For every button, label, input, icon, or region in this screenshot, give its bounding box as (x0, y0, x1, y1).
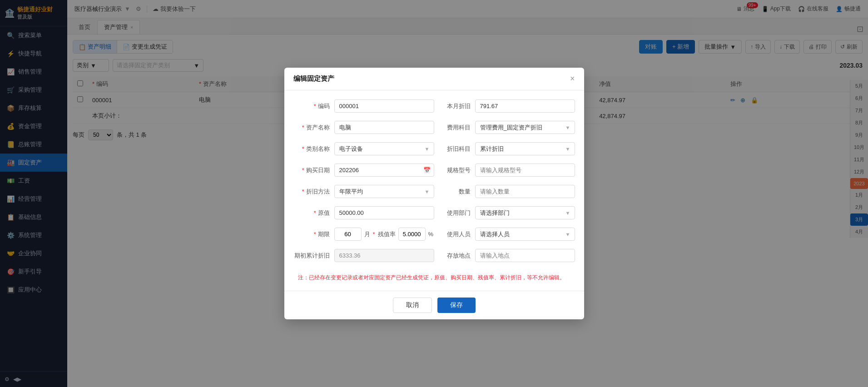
department-label: 使用部门 (434, 209, 475, 217)
dialog-footer: 取消 保存 (284, 291, 584, 319)
this-month-dep-input[interactable] (475, 99, 575, 113)
location-label: 存放地点 (434, 252, 475, 260)
cancel-button[interactable]: 取消 (393, 298, 432, 313)
form-row-code: 编码 (293, 99, 434, 113)
dep-subject-label: 折旧科目 (434, 145, 475, 153)
department-select[interactable]: 请选择部门 (475, 206, 575, 219)
dialog-title: 编辑固定资产 (293, 74, 334, 83)
form-row-this-month-dep: 本月折旧 (434, 99, 575, 113)
expense-subject-label: 费用科目 (434, 124, 475, 132)
note-text: 注：已经存在变更记录或者对应固定资产已经生成凭证，原值、购买日期、残值率、累计折… (298, 274, 565, 281)
quantity-input[interactable] (475, 185, 575, 198)
save-button[interactable]: 保存 (437, 298, 476, 313)
category-select-wrap: 电子设备 ▼ (334, 142, 434, 155)
initial-accumulated-label: 期初累计折旧 (293, 252, 334, 260)
form-left: 编码 资产名称 类别名称 电子设备 (293, 99, 434, 270)
purchase-date-wrap: 📅 (334, 164, 434, 177)
dialog-close-btn[interactable]: × (570, 74, 575, 84)
form-row-department: 使用部门 请选择部门 ▼ (434, 206, 575, 219)
asset-name-input[interactable] (334, 121, 434, 134)
quantity-label: 数量 (434, 188, 475, 196)
expense-subject-select[interactable]: 管理费用_固定资产折旧 (475, 121, 575, 134)
period-inline: 月 * 残值率 % (334, 228, 434, 241)
form-row-period: 期限 月 * 残值率 % (293, 228, 434, 241)
category-name-label: 类别名称 (293, 145, 334, 153)
dep-method-label: 折旧方法 (293, 188, 334, 196)
original-value-label: 原值 (293, 209, 334, 217)
form-row-category: 类别名称 电子设备 ▼ (293, 142, 434, 155)
dep-method-select[interactable]: 年限平均 (334, 185, 434, 198)
residual-rate-label: 残值率 (378, 230, 396, 238)
form-grid: 编码 资产名称 类别名称 电子设备 (293, 99, 575, 282)
residual-rate-star: * (373, 231, 375, 238)
spec-label: 规格型号 (434, 166, 475, 174)
form-row-personnel: 使用人员 请选择人员 ▼ (434, 228, 575, 241)
edit-asset-dialog: 编辑固定资产 × 编码 资产名称 (284, 68, 584, 319)
dep-subject-select[interactable]: 累计折旧 (475, 142, 575, 155)
code-input[interactable] (334, 99, 434, 113)
expense-subject-wrap: 管理费用_固定资产折旧 ▼ (475, 121, 575, 134)
department-wrap: 请选择部门 ▼ (475, 206, 575, 219)
location-input[interactable] (475, 249, 575, 262)
period-label: 期限 (293, 230, 334, 238)
dialog-note: 注：已经存在变更记录或者对应固定资产已经生成凭证，原值、购买日期、残值率、累计折… (293, 270, 575, 282)
category-select[interactable]: 电子设备 (334, 142, 434, 155)
dialog-body: 编码 资产名称 类别名称 电子设备 (284, 90, 584, 291)
dep-subject-wrap: 累计折旧 ▼ (475, 142, 575, 155)
personnel-select[interactable]: 请选择人员 (475, 228, 575, 241)
residual-rate-input[interactable] (398, 228, 426, 241)
asset-name-label: 资产名称 (293, 124, 334, 132)
form-row-quantity: 数量 (434, 185, 575, 198)
form-row-dep-method: 折旧方法 年限平均 ▼ (293, 185, 434, 198)
original-value-input[interactable] (334, 206, 434, 219)
period-unit: 月 (364, 230, 370, 238)
dep-method-select-wrap: 年限平均 ▼ (334, 185, 434, 198)
form-row-original-value: 原值 (293, 206, 434, 219)
form-row-purchase-date: 购买日期 📅 (293, 164, 434, 177)
spec-input[interactable] (475, 164, 575, 177)
personnel-label: 使用人员 (434, 230, 475, 238)
purchase-date-label: 购买日期 (293, 166, 334, 174)
residual-rate-unit: % (428, 231, 434, 238)
form-row-initial-accumulated: 期初累计折旧 (293, 249, 434, 262)
code-label: 编码 (293, 102, 334, 110)
dialog-overlay: 编辑固定资产 × 编码 资产名称 (0, 0, 868, 387)
period-input[interactable] (334, 228, 362, 241)
form-row-expense-subject: 费用科目 管理费用_固定资产折旧 ▼ (434, 121, 575, 134)
form-row-asset-name: 资产名称 (293, 121, 434, 134)
form-row-spec: 规格型号 (434, 164, 575, 177)
purchase-date-input[interactable] (334, 164, 434, 177)
dialog-header: 编辑固定资产 × (284, 68, 584, 90)
initial-accumulated-input (334, 249, 434, 262)
personnel-wrap: 请选择人员 ▼ (475, 228, 575, 241)
form-row-dep-subject: 折旧科目 累计折旧 ▼ (434, 142, 575, 155)
form-row-location: 存放地点 (434, 249, 575, 262)
form-right: 本月折旧 费用科目 管理费用_固定资产折旧 ▼ (434, 99, 575, 270)
this-month-dep-label: 本月折旧 (434, 102, 475, 110)
